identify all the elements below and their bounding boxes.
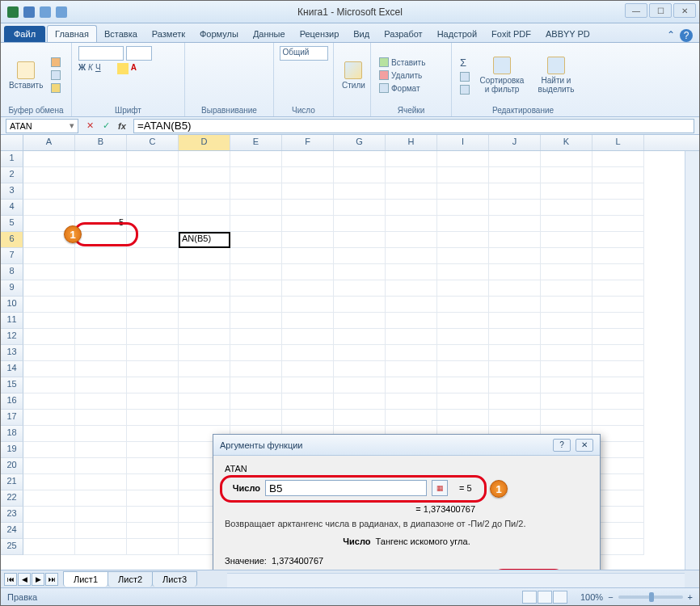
- cell[interactable]: [282, 393, 334, 410]
- insert-cells-button[interactable]: Вставить: [377, 57, 427, 68]
- cell[interactable]: [334, 167, 386, 183]
- cell[interactable]: [592, 216, 644, 232]
- cell[interactable]: [23, 523, 75, 539]
- cell[interactable]: [75, 426, 127, 442]
- row-header[interactable]: 21: [1, 474, 23, 490]
- zoom-out-button[interactable]: −: [608, 592, 613, 602]
- accept-formula-icon[interactable]: ✓: [99, 120, 112, 133]
- cell[interactable]: [23, 426, 75, 442]
- col-header[interactable]: H: [386, 135, 437, 150]
- cell[interactable]: [230, 361, 282, 377]
- col-header[interactable]: E: [230, 135, 282, 150]
- zoom-in-button[interactable]: +: [688, 592, 693, 602]
- cell[interactable]: [386, 167, 437, 183]
- cell[interactable]: [75, 183, 127, 200]
- delete-cells-button[interactable]: Удалить: [377, 69, 427, 81]
- cancel-formula-icon[interactable]: ✕: [83, 120, 96, 133]
- cell[interactable]: [282, 329, 334, 345]
- cell[interactable]: [541, 361, 592, 377]
- cell[interactable]: [282, 232, 334, 248]
- cell[interactable]: [282, 280, 334, 297]
- cell[interactable]: [127, 200, 179, 216]
- cell[interactable]: [386, 232, 437, 248]
- sheet-nav-prev[interactable]: ◀: [18, 573, 31, 586]
- cell[interactable]: [489, 248, 541, 264]
- cell[interactable]: [230, 313, 282, 329]
- cell[interactable]: [437, 264, 489, 280]
- row-header[interactable]: 15: [1, 377, 23, 393]
- cell[interactable]: [23, 539, 75, 555]
- row-header[interactable]: 20: [1, 458, 23, 474]
- cell[interactable]: [179, 313, 230, 329]
- cell[interactable]: [437, 248, 489, 264]
- row-header[interactable]: 18: [1, 426, 23, 442]
- cell[interactable]: [282, 216, 334, 232]
- cell[interactable]: [75, 410, 127, 426]
- cell[interactable]: [127, 183, 179, 200]
- cell[interactable]: [282, 151, 334, 167]
- row-header[interactable]: 22: [1, 490, 23, 507]
- cell[interactable]: [23, 507, 75, 523]
- cell[interactable]: [282, 167, 334, 183]
- styles-button[interactable]: Стили: [340, 60, 367, 91]
- cell[interactable]: [489, 345, 541, 361]
- col-header[interactable]: A: [23, 135, 75, 150]
- cell[interactable]: [437, 313, 489, 329]
- close-button[interactable]: ✕: [673, 3, 696, 18]
- cell[interactable]: [282, 183, 334, 200]
- tab-formulas[interactable]: Формулы: [192, 26, 246, 42]
- cell[interactable]: [75, 248, 127, 264]
- cell[interactable]: [437, 183, 489, 200]
- cell[interactable]: [75, 539, 127, 555]
- fill-color-button[interactable]: [117, 63, 129, 74]
- cell[interactable]: [75, 507, 127, 523]
- row-header[interactable]: 1: [1, 151, 23, 167]
- cell[interactable]: [386, 264, 437, 280]
- cell[interactable]: [23, 490, 75, 507]
- clear-button[interactable]: [458, 84, 471, 95]
- cell[interactable]: [127, 523, 179, 539]
- cell[interactable]: [75, 297, 127, 313]
- cell[interactable]: [489, 410, 541, 426]
- cell[interactable]: [592, 329, 644, 345]
- cell[interactable]: [230, 280, 282, 297]
- cell[interactable]: [127, 377, 179, 393]
- cell[interactable]: [437, 167, 489, 183]
- sheet-nav-next[interactable]: ▶: [32, 573, 44, 586]
- col-header[interactable]: J: [489, 135, 541, 150]
- cell[interactable]: [592, 361, 644, 377]
- cell[interactable]: [282, 361, 334, 377]
- cell[interactable]: [23, 361, 75, 377]
- cell[interactable]: [127, 345, 179, 361]
- cell[interactable]: [127, 167, 179, 183]
- maximize-button[interactable]: ☐: [649, 3, 672, 18]
- row-header[interactable]: 19: [1, 442, 23, 458]
- cell[interactable]: [489, 151, 541, 167]
- cell[interactable]: [230, 297, 282, 313]
- range-selector-icon[interactable]: ▦: [432, 480, 448, 496]
- cell[interactable]: [334, 248, 386, 264]
- cell[interactable]: [23, 167, 75, 183]
- cell[interactable]: [179, 183, 230, 200]
- cell[interactable]: [23, 377, 75, 393]
- cell[interactable]: [386, 393, 437, 410]
- cell[interactable]: [23, 313, 75, 329]
- col-header[interactable]: D: [179, 135, 230, 150]
- sheet-nav-first[interactable]: ⏮: [4, 573, 17, 586]
- undo-icon[interactable]: [40, 6, 51, 18]
- italic-button[interactable]: К: [88, 63, 93, 74]
- cell[interactable]: [334, 297, 386, 313]
- cell[interactable]: [179, 151, 230, 167]
- cell[interactable]: [127, 264, 179, 280]
- view-normal-icon[interactable]: [522, 591, 537, 604]
- cell[interactable]: [75, 264, 127, 280]
- cell[interactable]: [23, 442, 75, 458]
- cell[interactable]: [334, 393, 386, 410]
- cell[interactable]: [230, 264, 282, 280]
- cell[interactable]: [592, 377, 644, 393]
- cell[interactable]: [541, 280, 592, 297]
- cell[interactable]: [541, 232, 592, 248]
- cell[interactable]: [230, 183, 282, 200]
- cell[interactable]: [23, 297, 75, 313]
- cell[interactable]: [127, 442, 179, 458]
